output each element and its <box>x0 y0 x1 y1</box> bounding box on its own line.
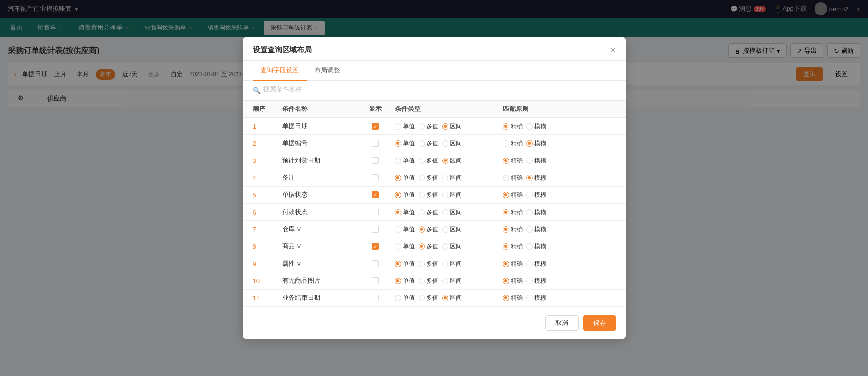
radio-button[interactable] <box>442 278 448 284</box>
display-checkbox[interactable] <box>356 295 395 301</box>
radio-option-type_single[interactable]: 单值 <box>395 242 415 251</box>
radio-button[interactable] <box>419 226 425 233</box>
radio-option-match_fuzzy[interactable]: 模糊 <box>526 191 546 199</box>
radio-button[interactable] <box>395 175 401 181</box>
display-checkbox[interactable] <box>356 226 395 233</box>
checkbox-indicator[interactable] <box>372 295 379 301</box>
checkbox-indicator[interactable] <box>372 123 379 130</box>
radio-button[interactable] <box>526 158 533 164</box>
tab-query-fields[interactable]: 查询字段设置 <box>253 61 307 81</box>
radio-option-type_multi[interactable]: 多值 <box>419 294 438 302</box>
radio-option-type_multi[interactable]: 多值 <box>419 191 438 199</box>
radio-button[interactable] <box>419 123 425 130</box>
radio-option-type_single[interactable]: 单值 <box>395 208 415 216</box>
radio-button[interactable] <box>442 261 448 267</box>
radio-button[interactable] <box>503 295 509 301</box>
radio-option-type_multi[interactable]: 多值 <box>419 157 438 165</box>
radio-option-type_range[interactable]: 区间 <box>442 122 462 131</box>
radio-button[interactable] <box>442 209 448 215</box>
radio-button[interactable] <box>419 158 425 164</box>
radio-option-match_exact[interactable]: 精确 <box>503 208 523 216</box>
radio-option-type_range[interactable]: 区间 <box>442 191 462 199</box>
radio-button[interactable] <box>419 243 425 250</box>
radio-option-match_exact[interactable]: 精确 <box>503 225 523 234</box>
radio-option-match_fuzzy[interactable]: 模糊 <box>526 277 546 285</box>
radio-option-type_multi[interactable]: 多值 <box>419 260 438 268</box>
radio-option-type_multi[interactable]: 多值 <box>419 225 438 234</box>
radio-button[interactable] <box>395 209 401 215</box>
radio-option-type_single[interactable]: 单值 <box>395 174 415 182</box>
radio-button[interactable] <box>419 209 425 215</box>
radio-button[interactable] <box>419 295 425 301</box>
radio-button[interactable] <box>419 175 425 181</box>
checkbox-indicator[interactable] <box>372 226 379 233</box>
radio-button[interactable] <box>526 140 533 147</box>
radio-option-match_exact[interactable]: 精确 <box>503 260 523 268</box>
radio-button[interactable] <box>419 261 425 267</box>
radio-button[interactable] <box>503 226 509 233</box>
radio-option-type_range[interactable]: 区间 <box>442 260 462 268</box>
modal-close-button[interactable]: × <box>610 46 616 54</box>
radio-button[interactable] <box>442 175 448 181</box>
radio-option-match_exact[interactable]: 精确 <box>503 294 523 302</box>
radio-button[interactable] <box>503 243 509 250</box>
radio-button[interactable] <box>442 226 448 233</box>
radio-button[interactable] <box>395 123 401 130</box>
display-checkbox[interactable] <box>356 157 395 164</box>
display-checkbox[interactable] <box>356 140 395 147</box>
display-checkbox[interactable] <box>356 243 395 250</box>
radio-button[interactable] <box>395 295 401 301</box>
radio-option-type_multi[interactable]: 多值 <box>419 242 438 251</box>
radio-button[interactable] <box>503 158 509 164</box>
radio-option-type_range[interactable]: 区间 <box>442 174 462 182</box>
display-checkbox[interactable] <box>356 123 395 130</box>
radio-option-type_range[interactable]: 区间 <box>442 225 462 234</box>
radio-button[interactable] <box>395 243 401 250</box>
radio-option-type_single[interactable]: 单值 <box>395 122 415 131</box>
radio-button[interactable] <box>442 192 448 198</box>
radio-option-type_multi[interactable]: 多值 <box>419 139 438 148</box>
radio-button[interactable] <box>503 175 509 181</box>
radio-option-match_exact[interactable]: 精确 <box>503 242 523 251</box>
radio-button[interactable] <box>526 175 533 181</box>
checkbox-indicator[interactable] <box>372 140 379 147</box>
radio-option-match_exact[interactable]: 精确 <box>503 277 523 285</box>
checkbox-indicator[interactable] <box>372 157 379 164</box>
radio-button[interactable] <box>526 226 533 233</box>
radio-button[interactable] <box>526 123 533 130</box>
search-input[interactable] <box>263 85 616 95</box>
radio-button[interactable] <box>526 209 533 215</box>
display-checkbox[interactable] <box>356 260 395 267</box>
radio-button[interactable] <box>419 192 425 198</box>
radio-button[interactable] <box>395 226 401 233</box>
radio-button[interactable] <box>503 209 509 215</box>
radio-button[interactable] <box>503 261 509 267</box>
radio-button[interactable] <box>442 140 448 147</box>
radio-option-match_exact[interactable]: 精确 <box>503 122 523 131</box>
display-checkbox[interactable] <box>356 277 395 284</box>
radio-option-type_range[interactable]: 区间 <box>442 139 462 148</box>
radio-option-match_exact[interactable]: 精确 <box>503 139 523 148</box>
radio-option-type_range[interactable]: 区间 <box>442 294 462 302</box>
radio-option-type_multi[interactable]: 多值 <box>419 208 438 216</box>
radio-option-match_fuzzy[interactable]: 模糊 <box>526 260 546 268</box>
radio-option-type_single[interactable]: 单值 <box>395 139 415 148</box>
radio-button[interactable] <box>503 278 509 284</box>
radio-option-type_single[interactable]: 单值 <box>395 225 415 234</box>
radio-button[interactable] <box>503 140 509 147</box>
radio-button[interactable] <box>419 278 425 284</box>
radio-option-type_single[interactable]: 单值 <box>395 191 415 199</box>
radio-option-match_exact[interactable]: 精确 <box>503 174 523 182</box>
display-checkbox[interactable] <box>356 174 395 181</box>
radio-button[interactable] <box>442 158 448 164</box>
save-button[interactable]: 保存 <box>583 315 616 331</box>
radio-button[interactable] <box>526 295 533 301</box>
radio-option-match_exact[interactable]: 精确 <box>503 191 523 199</box>
checkbox-indicator[interactable] <box>372 174 379 181</box>
cancel-button[interactable]: 取消 <box>545 315 579 331</box>
display-checkbox[interactable] <box>356 209 395 215</box>
radio-option-type_multi[interactable]: 多值 <box>419 122 438 131</box>
radio-option-match_fuzzy[interactable]: 模糊 <box>526 174 546 182</box>
checkbox-indicator[interactable] <box>372 191 379 198</box>
radio-option-type_single[interactable]: 单值 <box>395 294 415 302</box>
